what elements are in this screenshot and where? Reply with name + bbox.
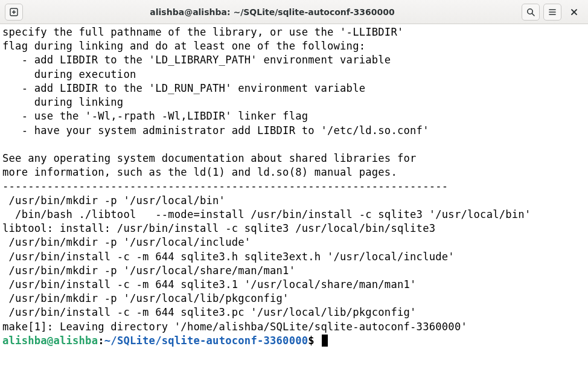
hamburger-icon (548, 7, 557, 17)
svg-line-4 (532, 13, 534, 16)
terminal-line: during execution (2, 68, 136, 80)
terminal-line: /usr/bin/mkdir -p '/usr/local/share/man/… (2, 264, 295, 277)
terminal-line: /usr/bin/mkdir -p '/usr/local/include' (2, 236, 251, 248)
close-button[interactable] (565, 4, 583, 21)
menu-button[interactable] (543, 4, 561, 21)
window-titlebar: alishba@alishba: ~/SQLite/sqlite-autocon… (0, 0, 588, 24)
new-tab-button[interactable] (5, 4, 23, 21)
terminal-line: /bin/bash ./libtool --mode=install /usr/… (2, 208, 531, 220)
titlebar-right-controls (522, 4, 583, 21)
terminal-line: See any operating system documentation a… (2, 152, 417, 164)
prompt-user-host: alishba@alishba (2, 335, 98, 347)
close-icon (570, 8, 578, 16)
terminal-line: during linking (2, 96, 123, 108)
terminal-line: /usr/bin/mkdir -p '/usr/local/bin' (2, 194, 225, 207)
terminal-line: /usr/bin/install -c -m 644 sqlite3.h sql… (2, 251, 455, 263)
prompt-sigil: $ (308, 335, 315, 347)
terminal-line: - have your system administrator add LIB… (2, 124, 429, 136)
terminal-line: /usr/bin/mkdir -p '/usr/local/lib/pkgcon… (2, 292, 289, 304)
terminal-cursor (322, 335, 328, 347)
terminal-line: /usr/bin/install -c -m 644 sqlite3.pc '/… (2, 306, 417, 318)
search-button[interactable] (522, 4, 540, 21)
search-icon (526, 7, 535, 17)
terminal-line: specify the full pathname of the library… (2, 26, 404, 38)
terminal-line: - add LIBDIR to the 'LD_LIBRARY_PATH' en… (2, 54, 391, 66)
terminal-line: flag during linking and do at least one … (2, 40, 365, 52)
terminal-line: make[1]: Leaving directory '/home/alishb… (2, 321, 467, 333)
terminal-line: - use the '-Wl,-rpath -Wl,LIBDIR' linker… (2, 110, 308, 122)
prompt-path: ~/SQLite/sqlite-autoconf-3360000 (104, 335, 308, 347)
terminal-line: libtool: install: /usr/bin/install -c sq… (2, 222, 435, 234)
terminal-content[interactable]: specify the full pathname of the library… (0, 24, 588, 349)
new-tab-icon (9, 7, 19, 17)
terminal-line: ----------------------------------------… (2, 180, 448, 192)
terminal-line: - add LIBDIR to the 'LD_RUN_PATH' enviro… (2, 82, 365, 94)
prompt-colon: : (98, 335, 104, 347)
terminal-line: more information, such as the ld(1) and … (2, 166, 397, 178)
terminal-line: /usr/bin/install -c -m 644 sqlite3.1 '/u… (2, 278, 417, 290)
window-title: alishba@alishba: ~/SQLite/sqlite-autocon… (27, 7, 518, 17)
